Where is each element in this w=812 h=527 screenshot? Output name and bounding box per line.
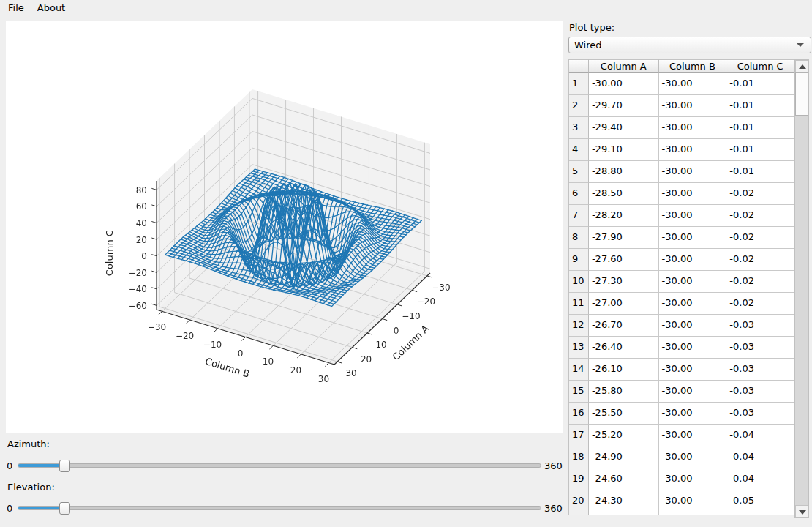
menu-item-file[interactable]: File (1, 0, 31, 15)
data-cell: -30.00 (659, 425, 727, 446)
azimuth-slider-handle[interactable] (59, 460, 70, 472)
data-cell: -30.00 (659, 403, 727, 425)
elevation-slider-handle[interactable] (59, 502, 70, 515)
row-number-cell: 11 (569, 293, 589, 315)
azimuth-max-label: 360 (544, 460, 563, 471)
azimuth-min-label: 0 (7, 460, 17, 471)
table-row[interactable]: 18-24.90-30.00-0.04 (569, 446, 794, 468)
data-cell: -30.00 (659, 337, 727, 359)
data-cell: -0.01 (726, 117, 794, 139)
column-header[interactable]: Column C (726, 59, 794, 73)
table-row[interactable]: 8-27.90-30.00-0.02 (569, 227, 794, 249)
table-row[interactable]: 2-29.70-30.00-0.01 (569, 95, 794, 117)
data-cell: -24.30 (589, 490, 659, 512)
azimuth-label: Azimuth: (7, 438, 50, 449)
data-cell: -30.00 (659, 490, 727, 512)
arrow-down-icon (799, 510, 806, 515)
row-number-cell: 15 (569, 381, 589, 403)
data-table: Column AColumn BColumn C1-30.00-30.00-0.… (568, 59, 794, 515)
data-cell: -0.02 (726, 249, 794, 271)
data-cell: -30.00 (659, 95, 727, 117)
data-cell: -30.00 (659, 359, 727, 381)
plot-type-value: Wired (574, 40, 602, 51)
data-cell: -25.20 (589, 425, 659, 446)
row-number-cell: 13 (569, 337, 589, 359)
elevation-max-label: 360 (544, 503, 563, 514)
data-cell: -30.00 (659, 381, 727, 403)
data-cell: -28.80 (589, 161, 659, 183)
data-cell: -29.70 (589, 95, 659, 117)
plot-type-label: Plot type: (569, 22, 614, 33)
table-scrollbar[interactable] (794, 59, 809, 518)
table-row[interactable]: 20-24.30-30.00-0.05 (569, 490, 794, 512)
menu-item-about[interactable]: About (31, 0, 72, 15)
table-row[interactable]: 15-25.80-30.00-0.03 (569, 381, 794, 403)
data-cell: -24.60 (589, 468, 659, 490)
table-row[interactable]: 9-27.60-30.00-0.02 (569, 249, 794, 271)
azimuth-slider[interactable] (18, 463, 541, 468)
table-row[interactable]: 4-29.10-30.00-0.01 (569, 139, 794, 161)
data-cell: -0.02 (726, 183, 794, 205)
table-row[interactable]: 11-27.00-30.00-0.02 (569, 293, 794, 315)
column-header[interactable]: Column A (589, 59, 659, 73)
menu-bar: FileAbout (0, 0, 812, 15)
elevation-min-label: 0 (7, 503, 17, 514)
table-row[interactable]: 17-25.20-30.00-0.04 (569, 425, 794, 446)
wireframe-3d-plot[interactable] (6, 21, 563, 433)
table-row[interactable]: 13-26.40-30.00-0.03 (569, 337, 794, 359)
data-cell: -30.00 (659, 139, 727, 161)
data-cell: -27.60 (589, 249, 659, 271)
data-cell: -30.00 (589, 73, 659, 95)
row-number-cell: 8 (569, 227, 589, 249)
data-cell: -26.10 (589, 359, 659, 381)
data-cell: -29.10 (589, 139, 659, 161)
data-cell: -28.20 (589, 205, 659, 227)
data-cell (726, 512, 794, 515)
row-number-cell: 2 (569, 95, 589, 117)
table-row[interactable]: 19-24.60-30.00-0.04 (569, 468, 794, 490)
scrollbar-thumb[interactable] (795, 72, 808, 116)
table-row[interactable]: 5-28.80-30.00-0.01 (569, 161, 794, 183)
data-cell: -0.01 (726, 95, 794, 117)
table-row[interactable]: 3-29.40-30.00-0.01 (569, 117, 794, 139)
data-cell: -27.00 (589, 293, 659, 315)
data-cell: -24.90 (589, 446, 659, 468)
data-cell: -0.01 (726, 139, 794, 161)
data-cell: -0.01 (726, 73, 794, 95)
data-cell: -30.00 (659, 315, 727, 337)
table-row[interactable]: 12-26.70-30.00-0.03 (569, 315, 794, 337)
data-cell: -30.00 (659, 271, 727, 293)
table-row[interactable]: 14-26.10-30.00-0.03 (569, 359, 794, 381)
data-cell: -0.01 (726, 161, 794, 183)
table-row[interactable]: 10-27.30-30.00-0.02 (569, 271, 794, 293)
data-cell: -30.00 (659, 161, 727, 183)
elevation-label: Elevation: (7, 482, 55, 493)
plot-type-combobox[interactable]: Wired (568, 37, 811, 53)
data-cell: -30.00 (659, 117, 727, 139)
table-row[interactable]: 1-30.00-30.00-0.01 (569, 73, 794, 95)
data-cell: -0.04 (726, 425, 794, 446)
data-cell (589, 512, 659, 515)
row-number-cell: 18 (569, 446, 589, 468)
data-cell: -30.00 (659, 73, 727, 95)
data-cell: -30.00 (659, 293, 727, 315)
data-cell: -0.04 (726, 468, 794, 490)
table-row[interactable]: 16-25.50-30.00-0.03 (569, 403, 794, 425)
row-number-cell: 9 (569, 249, 589, 271)
elevation-slider[interactable] (18, 506, 541, 510)
table-row[interactable]: 7-28.20-30.00-0.02 (569, 205, 794, 227)
row-number-cell: 10 (569, 271, 589, 293)
scroll-up-button[interactable] (795, 60, 808, 72)
row-number-cell: 16 (569, 403, 589, 425)
table-row[interactable]: 6-28.50-30.00-0.02 (569, 183, 794, 205)
plot-figure (6, 21, 563, 433)
data-cell: -27.90 (589, 227, 659, 249)
data-cell: -0.03 (726, 359, 794, 381)
scroll-down-button[interactable] (795, 505, 808, 517)
table-corner-cell (569, 59, 589, 73)
data-cell: -26.70 (589, 315, 659, 337)
data-cell: -0.02 (726, 205, 794, 227)
data-cell (569, 512, 589, 515)
column-header[interactable]: Column B (659, 59, 727, 73)
row-number-cell: 4 (569, 139, 589, 161)
